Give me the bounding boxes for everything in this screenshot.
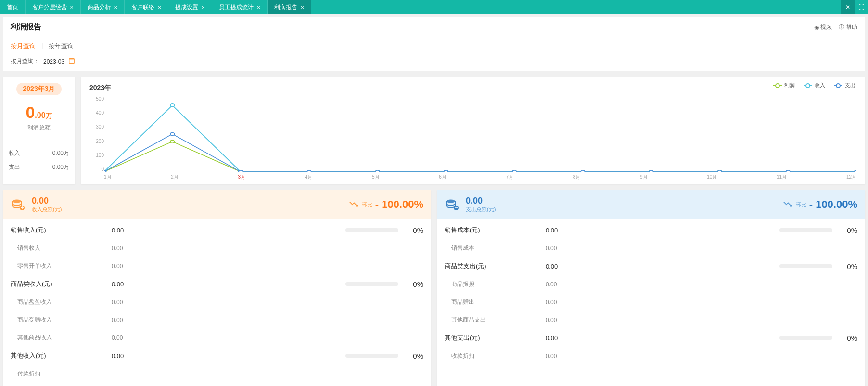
query-tabs: 按月查询 | 按年查询 (3, 37, 865, 53)
row-name: 其他商品支出 (445, 316, 546, 324)
tab-label: 提成设置 (175, 3, 198, 12)
progress-bar (779, 228, 832, 232)
kv-expense: 支出0.00万 (9, 160, 69, 174)
trend-down-icon (348, 199, 359, 211)
row-name: 付款折扣 (11, 370, 112, 378)
query-panel: 按月查询 | 按年查询 按月查询： 2023-03 (3, 37, 865, 71)
close-icon[interactable]: ✕ (256, 5, 260, 10)
row-name: 销售收入 (11, 244, 112, 252)
row-pct: 0% (838, 226, 857, 234)
close-all-tabs-button[interactable]: ✕ (841, 0, 855, 14)
close-icon[interactable]: ✕ (201, 5, 205, 10)
income-total-label: 收入总额(元) (32, 206, 62, 213)
video-link[interactable]: ◉ 视频 (814, 23, 832, 31)
main-row: 销售成本(元)0.000% (445, 221, 857, 239)
close-icon[interactable]: ✕ (70, 5, 74, 10)
page-title: 利润报告 (11, 22, 41, 32)
tab-商品分析[interactable]: 商品分析✕ (81, 0, 125, 14)
tab-客户联络[interactable]: 客户联络✕ (125, 0, 168, 14)
tab-客户分层经营[interactable]: 客户分层经营✕ (26, 0, 81, 14)
plot-area[interactable] (104, 96, 856, 172)
main-row: 其他收入(元)0.000% (11, 347, 423, 365)
expense-total-label: 支出总额(元) (466, 206, 496, 213)
svg-point-29 (170, 132, 175, 135)
row-value: 0.00 (546, 281, 603, 288)
main-row: 商品类支出(元)0.000% (445, 257, 857, 275)
xtick: 11月 (777, 174, 787, 180)
expand-button[interactable]: ⛶ (855, 0, 868, 14)
chart-card: 2023年 利润收入支出 5004003002001000 1月2月3月4月5月… (81, 77, 865, 184)
ytick: 400 (89, 110, 104, 116)
xtick: 5月 (372, 174, 380, 180)
row-value: 0.00 (112, 263, 169, 270)
xtick: 1月 (104, 174, 112, 180)
chart-legend: 利润收入支出 (773, 82, 855, 89)
row-value: 0.00 (112, 335, 169, 341)
svg-point-38 (786, 170, 791, 172)
legend-item-收入[interactable]: 收入 (804, 82, 825, 89)
close-icon[interactable]: ✕ (300, 5, 304, 10)
separator: | (41, 42, 43, 53)
row-bar-wrap: 0% (603, 334, 857, 342)
sub-row: 收款折扣0.00 (445, 347, 857, 365)
calendar-icon[interactable] (68, 57, 75, 65)
progress-bar (779, 336, 832, 340)
income-value: 0.00万 (52, 149, 69, 157)
tab-员工提成统计[interactable]: 员工提成统计✕ (212, 0, 268, 14)
filter-date-value[interactable]: 2023-03 (43, 58, 64, 65)
row-value: 0.00 (112, 299, 169, 306)
xtick: 10月 (707, 174, 717, 180)
profit-int: 0 (26, 103, 35, 121)
svg-point-36 (649, 170, 653, 172)
tab-首页[interactable]: 首页 (0, 0, 26, 14)
xtick: 8月 (573, 174, 581, 180)
tab-利润报告[interactable]: 利润报告✕ (268, 0, 311, 14)
ytick: 200 (89, 139, 104, 144)
row-value: 0.00 (546, 245, 603, 252)
legend-item-支出[interactable]: 支出 (834, 82, 855, 89)
close-icon[interactable]: ✕ (157, 5, 161, 10)
row-bar-wrap: 0% (169, 352, 423, 360)
month-badge: 2023年3月 (16, 83, 62, 95)
tab-label: 商品分析 (88, 3, 111, 12)
income-total: 0.00 (32, 196, 62, 206)
svg-point-33 (444, 170, 448, 172)
svg-point-28 (104, 170, 106, 172)
row-value: 0.00 (112, 317, 169, 323)
sub-row: 其他商品支出0.00 (445, 311, 857, 329)
close-icon[interactable]: ✕ (114, 5, 117, 10)
sub-row: 其他商品收入0.00 (11, 329, 423, 347)
legend-label: 收入 (815, 82, 825, 89)
row-name: 商品赠出 (445, 298, 546, 306)
row-name: 其他收入(元) (11, 351, 112, 360)
trend-down-icon (782, 199, 793, 211)
svg-point-37 (717, 170, 722, 172)
chart-title: 2023年 (89, 84, 856, 92)
sub-row: 销售收入0.00 (11, 239, 423, 257)
help-link[interactable]: ⓘ 帮助 (839, 23, 857, 31)
tab-提成设置[interactable]: 提成设置✕ (168, 0, 212, 14)
svg-point-42 (447, 200, 455, 203)
tab-by-month[interactable]: 按月查询 (11, 42, 36, 53)
x-axis: 1月2月3月4月5月6月7月8月9月10月11月12月 (104, 174, 856, 180)
filter-row: 按月查询： 2023-03 (3, 53, 865, 71)
summary-card: 2023年3月 0.00万 利润总额 收入0.00万 支出0.00万 (3, 77, 75, 184)
sub-row: 商品报损0.00 (445, 275, 857, 293)
row-name: 零售开单收入 (11, 262, 112, 270)
xtick: 2月 (171, 174, 179, 180)
tab-by-year[interactable]: 按年查询 (49, 42, 74, 53)
xtick: 6月 (439, 174, 447, 180)
header-actions: ◉ 视频 ⓘ 帮助 (814, 23, 857, 31)
sub-row: 商品受赠收入0.00 (11, 311, 423, 329)
svg-point-39 (855, 170, 856, 172)
sub-row: 付款折扣 (11, 365, 423, 383)
row-name: 销售成本 (445, 244, 546, 252)
svg-point-17 (170, 104, 175, 107)
y-axis: 5004003002001000 (89, 96, 104, 172)
row-value: 0.00 (112, 227, 169, 234)
row-value: 0.00 (546, 263, 603, 270)
legend-item-利润[interactable]: 利润 (773, 82, 795, 89)
profit-total: 0.00万 (9, 103, 69, 122)
row-bar-wrap: 0% (603, 262, 857, 270)
progress-bar (345, 354, 398, 358)
